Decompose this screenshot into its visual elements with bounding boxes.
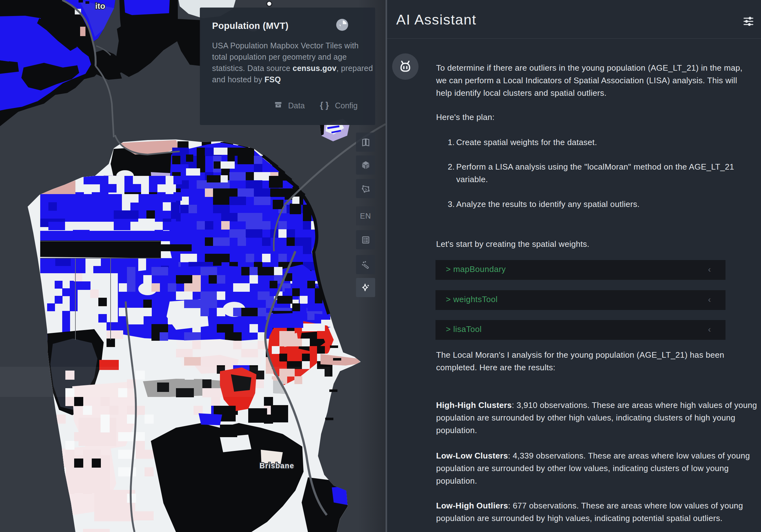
svg-text:Brisbane: Brisbane: [260, 462, 294, 470]
svg-text:ito: ito: [95, 1, 105, 11]
